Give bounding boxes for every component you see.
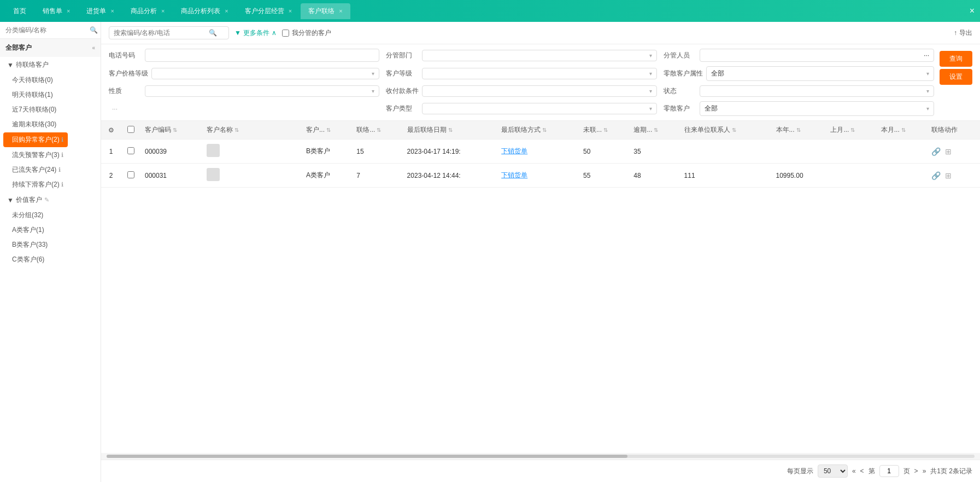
last-page-button[interactable]: » bbox=[923, 467, 926, 475]
nav-tab-customer-tier[interactable]: 客户分层经营 × bbox=[237, 3, 300, 19]
row1-link-icon[interactable]: 🔗 bbox=[931, 147, 941, 156]
row2-grid-icon[interactable]: ⊞ bbox=[945, 171, 952, 180]
sidebar-item-tomorrow[interactable]: 明天待联络(1) bbox=[0, 88, 101, 102]
close-tab-product-list[interactable]: × bbox=[225, 8, 228, 14]
filter-price-grade-select[interactable]: ▾ bbox=[151, 68, 379, 79]
my-customers-checkbox-wrap[interactable]: 我分管的客户 bbox=[282, 28, 331, 38]
export-button[interactable]: ↑ 导出 bbox=[954, 28, 972, 38]
row1-checkbox[interactable] bbox=[127, 147, 134, 154]
filter-phone-input[interactable] bbox=[145, 49, 379, 62]
filter-scatter-customer: 零散客户 全部 ▾ bbox=[664, 101, 934, 116]
row2-name bbox=[202, 164, 302, 188]
my-customers-checkbox[interactable] bbox=[282, 30, 289, 37]
row2-link-icon[interactable]: 🔗 bbox=[931, 171, 941, 180]
close-tab-product-analysis[interactable]: × bbox=[161, 8, 165, 14]
search-input[interactable] bbox=[114, 29, 207, 37]
filter-payment-select[interactable]: ▾ bbox=[422, 85, 656, 97]
sidebar-collapse-icon[interactable]: « bbox=[92, 45, 95, 51]
sidebar-item-class-b[interactable]: B类客户(33) bbox=[0, 237, 101, 252]
filter-nature-select[interactable]: ▾ bbox=[145, 85, 379, 97]
scrollbar-thumb[interactable] bbox=[107, 455, 627, 458]
value-group-edit-icon[interactable]: ✎ bbox=[44, 196, 49, 204]
filter-row-2: 客户价格等级 ▾ 客户等级 ▾ bbox=[109, 66, 934, 81]
nav-tab-customer-contact[interactable]: 客户联络 × bbox=[301, 3, 350, 19]
nav-tab-product-analysis[interactable]: 商品分析 × bbox=[123, 3, 172, 19]
close-tab-customer-contact[interactable]: × bbox=[339, 8, 342, 14]
sidebar-item-churn-warning[interactable]: 流失预警客户(3) ℹ bbox=[0, 148, 101, 162]
price-grade-chevron: ▾ bbox=[372, 71, 374, 77]
select-all-checkbox[interactable] bbox=[127, 126, 134, 133]
sort-icon-last-date[interactable]: ⇅ bbox=[448, 127, 453, 133]
sort-icon-overdue[interactable]: ⇅ bbox=[654, 127, 658, 133]
sort-icon-contact-person[interactable]: ⇅ bbox=[732, 127, 736, 133]
horizontal-scrollbar[interactable] bbox=[101, 453, 980, 460]
row1-last-method[interactable]: 下销货单 bbox=[497, 140, 579, 164]
sidebar-group-value[interactable]: ▼ 价值客户 ✎ bbox=[0, 192, 101, 208]
window-close-button[interactable]: × bbox=[970, 6, 975, 16]
sort-icon-type[interactable]: ⇅ bbox=[326, 127, 331, 133]
sidebar-all-customers[interactable]: 全部客户 « bbox=[0, 39, 101, 57]
sort-icon-no-contact[interactable]: ⇅ bbox=[603, 127, 608, 133]
col-header-this-month: 本月...⇅ bbox=[877, 121, 927, 140]
filter-dept-select[interactable]: ▾ bbox=[422, 50, 656, 61]
sidebar-item-overdue[interactable]: 逾期未联络(30) bbox=[0, 117, 101, 132]
row2-check[interactable] bbox=[121, 164, 140, 188]
page-text-label: 第 bbox=[868, 467, 875, 476]
settings-button[interactable]: 设置 bbox=[940, 69, 972, 85]
row2-last-method-link[interactable]: 下销货单 bbox=[501, 171, 527, 179]
search-icon[interactable]: 🔍 bbox=[209, 29, 217, 37]
filter-scatter-attr-select[interactable]: 全部 ▾ bbox=[706, 66, 934, 81]
query-button[interactable]: 查询 bbox=[940, 51, 972, 67]
col-header-settings[interactable]: ⚙ bbox=[101, 121, 121, 140]
sidebar-item-today[interactable]: 今天待联络(0) bbox=[0, 73, 101, 88]
sidebar-item-class-a[interactable]: A类客户(1) bbox=[0, 223, 101, 237]
more-conditions-button[interactable]: ▼ 更多条件 ∧ bbox=[234, 28, 277, 38]
row2-checkbox[interactable] bbox=[127, 171, 134, 178]
row2-action-icons: 🔗 ⊞ bbox=[931, 171, 976, 180]
col-header-check[interactable] bbox=[121, 121, 140, 140]
first-page-button[interactable]: « bbox=[852, 467, 856, 475]
filter-customer-type-select[interactable]: ▾ bbox=[422, 103, 656, 114]
filter-person-select[interactable]: ··· bbox=[700, 49, 934, 62]
sidebar-item-repurchase-anomaly[interactable]: 回购异常客户(2) ℹ 距客户上次交易时长，超过了此客户的平均交易周期的1.5倍… bbox=[3, 132, 68, 147]
close-tab-purchase[interactable]: × bbox=[110, 8, 114, 14]
per-page-select[interactable]: 50 100 200 bbox=[818, 464, 848, 478]
sort-icon-this-month[interactable]: ⇅ bbox=[901, 127, 906, 133]
filter-more-dots[interactable]: ··· bbox=[109, 105, 121, 113]
sort-icon-contact-count[interactable]: ⇅ bbox=[377, 127, 381, 133]
filter-status-select[interactable]: ▾ bbox=[700, 85, 934, 97]
sort-icon-code[interactable]: ⇅ bbox=[173, 127, 177, 133]
sort-icon-this-year[interactable]: ⇅ bbox=[796, 127, 801, 133]
filter-scatter-customer-select[interactable]: 全部 ▾ bbox=[700, 101, 934, 116]
sidebar-search-input[interactable] bbox=[5, 26, 87, 34]
sidebar-group-pending[interactable]: ▼ 待联络客户 bbox=[0, 57, 101, 73]
filter-buttons: 查询 设置 bbox=[940, 49, 972, 85]
close-tab-customer-tier[interactable]: × bbox=[289, 8, 292, 14]
sidebar-item-churned[interactable]: 已流失客户(24) ℹ bbox=[0, 162, 101, 177]
close-tab-sales[interactable]: × bbox=[67, 8, 70, 14]
sidebar-section: 全部客户 « ▼ 待联络客户 今天待联络(0) 明天待联络(1) 近7天待联络(… bbox=[0, 39, 101, 267]
sort-icon-last-method[interactable]: ⇅ bbox=[542, 127, 547, 133]
sidebar-search-icon[interactable]: 🔍 bbox=[90, 26, 98, 34]
sort-icon-last-month[interactable]: ⇅ bbox=[850, 127, 855, 133]
filter-customer-grade-select[interactable]: ▾ bbox=[422, 68, 656, 79]
sidebar-item-class-c[interactable]: C类客户(6) bbox=[0, 252, 101, 267]
current-page-input[interactable] bbox=[879, 465, 899, 477]
row2-overdue: 48 bbox=[629, 164, 679, 188]
next-page-button[interactable]: > bbox=[914, 467, 918, 475]
row2-last-method[interactable]: 下销货单 bbox=[497, 164, 579, 188]
nav-tab-home[interactable]: 首页 bbox=[5, 3, 34, 19]
row1-last-method-link[interactable]: 下销货单 bbox=[501, 147, 527, 155]
sidebar-item-ungroup[interactable]: 未分组(32) bbox=[0, 208, 101, 223]
col-header-contact-count: 联络...⇅ bbox=[352, 121, 402, 140]
sort-icon-name[interactable]: ⇅ bbox=[234, 127, 239, 133]
prev-page-button[interactable]: < bbox=[860, 467, 864, 475]
nav-tab-sales[interactable]: 销售单 × bbox=[35, 3, 78, 19]
nature-chevron: ▾ bbox=[372, 88, 374, 94]
nav-tab-product-analysis-list[interactable]: 商品分析列表 × bbox=[173, 3, 236, 19]
row1-grid-icon[interactable]: ⊞ bbox=[945, 147, 952, 156]
nav-tab-purchase[interactable]: 进货单 × bbox=[79, 3, 121, 19]
row1-check[interactable] bbox=[121, 140, 140, 164]
sidebar-item-7days[interactable]: 近7天待联络(0) bbox=[0, 102, 101, 117]
sidebar-item-declining[interactable]: 持续下滑客户(2) ℹ bbox=[0, 177, 101, 192]
